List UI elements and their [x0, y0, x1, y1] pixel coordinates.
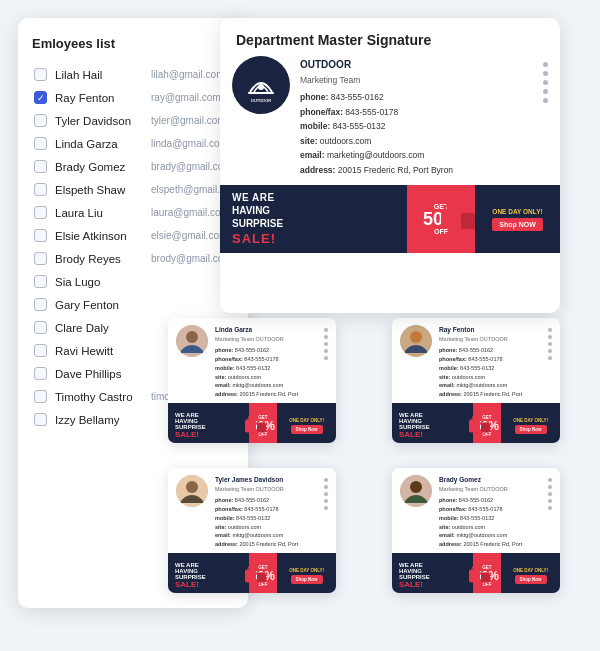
- employee-item[interactable]: Laura Liu laura@gmail.com: [32, 201, 234, 224]
- banner-sale: SALE!: [232, 231, 407, 246]
- small-sig-email: email: mktg@outdoors.com: [215, 381, 317, 390]
- employee-checkbox[interactable]: [34, 390, 47, 403]
- employee-email: elspeth@gmail.c: [151, 184, 225, 195]
- employee-checkbox[interactable]: [34, 367, 47, 380]
- small-sig-dots: [548, 475, 552, 510]
- small-sig-phone: phone: 843-555-0162: [215, 496, 317, 505]
- small-sig-name: Tyler James Davidson: [215, 475, 317, 485]
- bag-icon-2: [461, 213, 475, 229]
- small-sig-phone: phone: 843-555-0162: [215, 346, 317, 355]
- small-sig-fax: phone/fax: 843-555-0178: [215, 505, 317, 514]
- small-sig-dot: [324, 328, 328, 332]
- small-sig-dots: [548, 325, 552, 360]
- small-sig-name: Ray Fenton: [439, 325, 541, 335]
- small-sig-dot: [548, 328, 552, 332]
- sb-bags: [245, 569, 266, 582]
- small-sig-dot: [324, 478, 328, 482]
- employee-checkbox[interactable]: [34, 413, 47, 426]
- employee-item[interactable]: Linda Garza linda@gmail.com: [32, 132, 234, 155]
- small-sig-name: Brady Gomez: [439, 475, 541, 485]
- employee-checkbox[interactable]: [34, 275, 47, 288]
- small-sig-dot: [324, 349, 328, 353]
- employee-item[interactable]: Brody Reyes brody@gmail.com: [32, 247, 234, 270]
- svg-point-7: [410, 331, 422, 343]
- sb-bag-1: [245, 419, 256, 432]
- employee-name: Sia Lugo: [55, 276, 143, 288]
- sb-bag-2: [257, 422, 266, 432]
- sb-shop-btn[interactable]: Shop Now: [515, 425, 547, 434]
- sb-shop-btn[interactable]: Shop Now: [291, 425, 323, 434]
- small-sig-dot: [548, 492, 552, 496]
- employee-item[interactable]: Lilah Hail lilah@gmail.com: [32, 63, 234, 86]
- small-sig-site: site: outdoors.com: [215, 523, 317, 532]
- banner-off: OFF: [434, 228, 448, 235]
- sb-shop-btn[interactable]: Shop Now: [291, 575, 323, 584]
- employee-name: Gary Fenton: [55, 299, 143, 311]
- employee-checkbox[interactable]: [34, 206, 47, 219]
- sb-oneday: ONE DAY ONLY!: [513, 568, 548, 573]
- shop-now-button[interactable]: Shop NOW: [492, 218, 543, 231]
- employee-checkbox[interactable]: [34, 160, 47, 173]
- employee-name: Elsie Atkinson: [55, 230, 143, 242]
- sb-oneday: ONE DAY ONLY!: [289, 418, 324, 423]
- small-sig-address: address: 20015 Frederic Rd, Port: [439, 390, 541, 399]
- employee-item[interactable]: Elsie Atkinson elsie@gmail.com: [32, 224, 234, 247]
- employee-checkbox[interactable]: [34, 183, 47, 196]
- small-sig-mobile: mobile: 843-555-0132: [215, 514, 317, 523]
- employee-item[interactable]: Brady Gomez brady@gmail.com: [32, 155, 234, 178]
- employee-name: Ray Fenton: [55, 92, 143, 104]
- sig-dots: [543, 56, 548, 103]
- small-sig-address: address: 20015 Frederic Rd, Port: [215, 540, 317, 549]
- employee-email: ray@gmail.com: [151, 92, 221, 103]
- employee-checkbox[interactable]: [34, 298, 47, 311]
- small-signature-card: Linda Garza Marketing Team OUTDOOR phone…: [168, 318, 336, 443]
- employee-name: Brady Gomez: [55, 161, 143, 173]
- sig-dot: [543, 98, 548, 103]
- employee-name: Elspeth Shaw: [55, 184, 143, 196]
- employee-checkbox[interactable]: [34, 137, 47, 150]
- employee-item[interactable]: Elspeth Shaw elspeth@gmail.c: [32, 178, 234, 201]
- sb-sale: SALE!: [399, 430, 473, 439]
- sig-dot: [543, 80, 548, 85]
- employee-name: Dave Phillips: [55, 368, 143, 380]
- employee-checkbox[interactable]: [34, 91, 47, 104]
- sb-sale: SALE!: [175, 580, 249, 589]
- sb-left: WE ARE HAVING SURPRISE SALE!: [392, 403, 473, 443]
- employee-checkbox[interactable]: [34, 68, 47, 81]
- small-avatar: [176, 325, 208, 357]
- employee-item[interactable]: Gary Fenton: [32, 293, 234, 316]
- company-name: OUTDOOR: [300, 56, 533, 73]
- employee-checkbox[interactable]: [34, 344, 47, 357]
- employee-checkbox[interactable]: [34, 229, 47, 242]
- small-sig-fax: phone/fax: 843-555-0178: [439, 505, 541, 514]
- employee-checkbox[interactable]: [34, 114, 47, 127]
- small-sig-dot: [548, 506, 552, 510]
- sb-bag-1: [469, 419, 480, 432]
- employee-item[interactable]: Tyler Davidson tyler@gmail.com: [32, 109, 234, 132]
- dept-name: Marketing Team: [300, 73, 533, 87]
- small-banner: WE ARE HAVING SURPRISE SALE! GET 50% OFF…: [392, 553, 560, 593]
- banner-right: ONE DAY ONLY! Shop NOW: [475, 185, 560, 253]
- sb-shop-btn[interactable]: Shop Now: [515, 575, 547, 584]
- employee-checkbox[interactable]: [34, 252, 47, 265]
- sb-bag-1: [469, 569, 480, 582]
- small-sig-site: site: outdoors.com: [215, 373, 317, 382]
- sig-dot: [543, 71, 548, 76]
- small-avatar: [400, 325, 432, 357]
- dept-card-title: Department Master Signature: [220, 18, 560, 56]
- employee-checkbox[interactable]: [34, 321, 47, 334]
- svg-point-5: [186, 331, 198, 343]
- small-sig-dept: Marketing Team OUTDOOR: [215, 335, 317, 344]
- sb-off: OFF: [258, 582, 267, 587]
- employee-name: Clare Daly: [55, 322, 143, 334]
- employee-item[interactable]: Ray Fenton ray@gmail.com: [32, 86, 234, 109]
- small-sig-site: site: outdoors.com: [439, 523, 541, 532]
- sb-bag-2: [481, 572, 490, 582]
- sig-fax: phone/fax: 843-555-0178: [300, 105, 533, 119]
- sig-site: site: outdoors.com: [300, 134, 533, 148]
- employee-item[interactable]: Sia Lugo: [32, 270, 234, 293]
- small-sig-dot: [548, 342, 552, 346]
- small-sig-address: address: 20015 Frederic Rd, Port: [439, 540, 541, 549]
- small-sig-header: Linda Garza Marketing Team OUTDOOR phone…: [168, 318, 336, 403]
- small-sig-email: email: mktg@outdoors.com: [439, 531, 541, 540]
